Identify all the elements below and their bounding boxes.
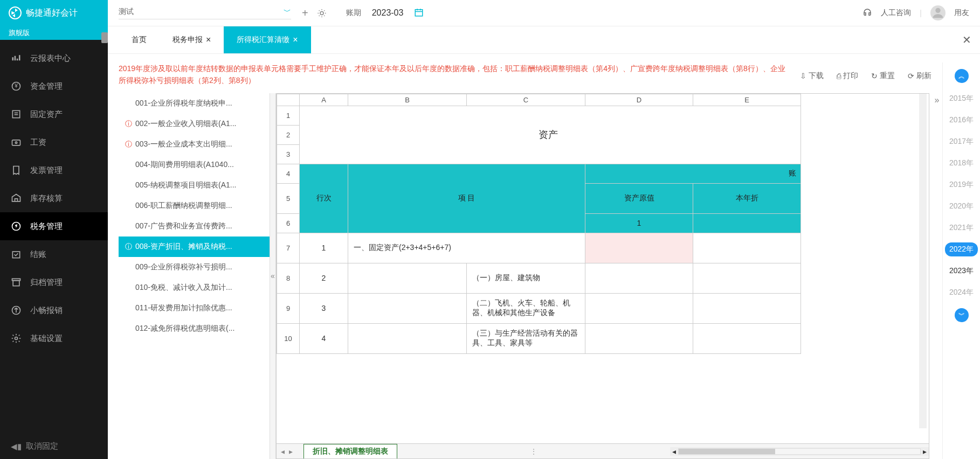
item-cell[interactable]: （二）飞机、火车、轮船、机器、机械和其他生产设备 bbox=[467, 293, 585, 323]
tab[interactable]: 首页 bbox=[119, 26, 160, 53]
report-item[interactable]: 010-免税、减计收入及加计... bbox=[119, 277, 270, 298]
close-all-tabs[interactable]: ✕ bbox=[962, 33, 971, 46]
tab[interactable]: 税务申报× bbox=[160, 26, 224, 53]
footer-grip[interactable]: ⋮ bbox=[397, 447, 670, 456]
header-col-num[interactable]: 1 bbox=[585, 213, 693, 233]
tab[interactable]: 所得税汇算清缴× bbox=[224, 26, 310, 53]
year-item[interactable]: 2022年 bbox=[945, 242, 978, 256]
calendar-icon[interactable] bbox=[414, 8, 424, 19]
cell[interactable] bbox=[585, 233, 693, 263]
sidebar-item-stock[interactable]: 库存核算 bbox=[0, 184, 108, 212]
user-name[interactable]: 用友 bbox=[954, 8, 969, 18]
year-item[interactable]: 2017年 bbox=[945, 135, 978, 149]
row-header[interactable]: 8 bbox=[277, 263, 300, 293]
expand-handle[interactable]: » bbox=[931, 93, 942, 459]
item-cell[interactable]: （一）房屋、建筑物 bbox=[467, 263, 585, 293]
sidebar-item-expense[interactable]: 小畅报销 bbox=[0, 296, 108, 324]
col-header-c[interactable]: C bbox=[467, 94, 585, 106]
sidebar-item-invoice[interactable]: 发票管理 bbox=[0, 156, 108, 184]
col-header-b[interactable]: B bbox=[348, 94, 467, 106]
item-cell[interactable]: 一、固定资产(2+3+4+5+6+7) bbox=[348, 233, 585, 263]
report-item[interactable]: ⓘ008-资产折旧、摊销及纳税... bbox=[119, 237, 270, 257]
cell[interactable] bbox=[585, 323, 693, 353]
sidebar-item-archive[interactable]: 归档管理 bbox=[0, 268, 108, 296]
line-no[interactable]: 4 bbox=[300, 323, 348, 353]
report-item[interactable]: 011-研发费用加计扣除优惠... bbox=[119, 298, 270, 318]
cell[interactable] bbox=[693, 293, 801, 323]
header-account[interactable]: 账 bbox=[585, 164, 801, 183]
sidebar-unpin[interactable]: ◀▮ 取消固定 bbox=[0, 434, 108, 459]
header-col-blank[interactable] bbox=[693, 213, 801, 233]
scroll-left-icon[interactable]: ◂ bbox=[672, 447, 676, 456]
tab-close-icon[interactable]: × bbox=[206, 35, 211, 45]
report-item[interactable]: ⓘ002-一般企业收入明细表(A1... bbox=[119, 114, 270, 134]
header-line-no[interactable]: 行次 bbox=[300, 164, 348, 233]
year-item[interactable]: 2021年 bbox=[945, 221, 978, 235]
refresh-button[interactable]: ⟳ 刷新 bbox=[908, 71, 931, 81]
grid-corner[interactable] bbox=[277, 94, 300, 106]
year-scroll-down[interactable]: ︾ bbox=[955, 308, 969, 322]
cell[interactable] bbox=[348, 323, 467, 353]
item-cell[interactable]: （三）与生产经营活动有关的器具、工具、家具等 bbox=[467, 323, 585, 353]
report-item[interactable]: 007-广告费和业务宣传费跨... bbox=[119, 216, 270, 237]
report-item[interactable]: ⓘ003-一般企业成本支出明细... bbox=[119, 134, 270, 155]
year-item[interactable]: 2015年 bbox=[945, 92, 978, 106]
sidebar-item-chart[interactable]: 云报表中心 bbox=[0, 44, 108, 72]
scroll-right-icon[interactable]: ▸ bbox=[923, 447, 927, 456]
download-button[interactable]: ⇩ 下载 bbox=[800, 71, 824, 81]
vertical-scrollbar[interactable] bbox=[919, 94, 927, 428]
cell[interactable] bbox=[348, 263, 467, 293]
print-button[interactable]: ⎙ 打印 bbox=[837, 71, 858, 81]
sidebar-item-close[interactable]: 结账 bbox=[0, 240, 108, 268]
row-header[interactable]: 2 bbox=[277, 125, 300, 144]
sidebar-scroll-indicator[interactable] bbox=[101, 32, 108, 43]
year-item[interactable]: 2019年 bbox=[945, 178, 978, 192]
header-depreciation[interactable]: 本年折 bbox=[693, 183, 801, 213]
sidebar-item-asset[interactable]: 固定资产 bbox=[0, 100, 108, 128]
sheet-title[interactable]: 资产 bbox=[300, 106, 801, 164]
row-header[interactable]: 6 bbox=[277, 213, 300, 233]
year-item[interactable]: 2023年 bbox=[945, 264, 978, 278]
row-header[interactable]: 7 bbox=[277, 233, 300, 263]
tab-close-icon[interactable]: × bbox=[293, 35, 298, 45]
row-header[interactable]: 1 bbox=[277, 106, 300, 125]
row-header[interactable]: 3 bbox=[277, 144, 300, 164]
gear-icon[interactable] bbox=[317, 7, 327, 19]
year-item[interactable]: 2020年 bbox=[945, 199, 978, 213]
sidebar-item-tax[interactable]: 税务管理 bbox=[0, 212, 108, 240]
user-avatar[interactable] bbox=[930, 5, 946, 20]
cell[interactable] bbox=[693, 263, 801, 293]
year-item[interactable]: 2024年 bbox=[945, 286, 978, 300]
report-item[interactable]: 005-纳税调整项目明细表(A1... bbox=[119, 175, 270, 196]
add-icon[interactable]: + bbox=[302, 7, 308, 19]
report-item[interactable]: 004-期间费用明细表(A1040... bbox=[119, 155, 270, 175]
sheet-nav-prev[interactable]: ▸ bbox=[289, 447, 293, 456]
row-header[interactable]: 4 bbox=[277, 164, 300, 183]
company-selector[interactable]: 测试 ﹀ bbox=[119, 7, 291, 19]
header-original-value[interactable]: 资产原值 bbox=[585, 183, 693, 213]
col-header-d[interactable]: D bbox=[585, 94, 693, 106]
cell[interactable] bbox=[585, 293, 693, 323]
sheet-tab[interactable]: 折旧、摊销调整明细表 bbox=[303, 444, 397, 458]
report-item[interactable]: 009-企业所得税弥补亏损明... bbox=[119, 257, 270, 277]
sidebar-item-salary[interactable]: 工资 bbox=[0, 128, 108, 156]
year-item[interactable]: 2018年 bbox=[945, 156, 978, 170]
line-no[interactable]: 3 bbox=[300, 293, 348, 323]
sidebar-item-settings[interactable]: 基础设置 bbox=[0, 324, 108, 352]
horizontal-scrollbar[interactable]: ◂ ▸ bbox=[670, 447, 929, 456]
cell[interactable] bbox=[585, 263, 693, 293]
cell[interactable] bbox=[693, 323, 801, 353]
sidebar-item-money[interactable]: ¥资金管理 bbox=[0, 72, 108, 100]
cell[interactable] bbox=[348, 293, 467, 323]
reset-button[interactable]: ↻ 重置 bbox=[871, 71, 895, 81]
line-no[interactable]: 2 bbox=[300, 263, 348, 293]
report-item[interactable]: 001-企业所得税年度纳税申... bbox=[119, 93, 270, 114]
headset-icon[interactable] bbox=[862, 8, 872, 19]
row-header[interactable]: 10 bbox=[277, 323, 300, 353]
row-header[interactable]: 5 bbox=[277, 183, 300, 213]
col-header-a[interactable]: A bbox=[300, 94, 348, 106]
row-header[interactable]: 9 bbox=[277, 293, 300, 323]
line-no[interactable]: 1 bbox=[300, 233, 348, 263]
header-item[interactable]: 项 目 bbox=[348, 164, 585, 233]
list-collapse-handle[interactable]: « bbox=[270, 93, 276, 459]
